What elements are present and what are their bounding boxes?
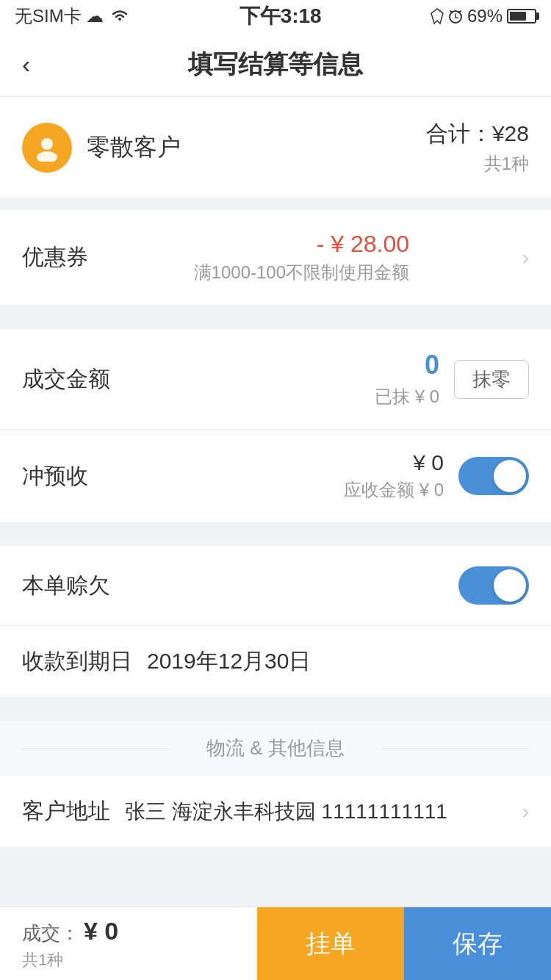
svg-point-1 xyxy=(41,138,53,150)
save-button[interactable]: 保存 xyxy=(404,907,551,981)
coupon-chevron-icon: › xyxy=(522,246,529,270)
transaction-sub: 已抹 ¥ 0 xyxy=(375,385,439,408)
section-divider-3 xyxy=(0,709,551,721)
alarm-icon xyxy=(448,8,463,24)
coupon-desc: 满1000-100不限制使用金额 xyxy=(194,261,409,284)
transaction-section: 成交金额 0 已抹 ¥ 0 抹零 冲预收 ¥ 0 应收金额 ¥ 0 xyxy=(0,328,551,522)
total-count: 共1种 xyxy=(426,152,529,176)
debt-row: 本单赊欠 xyxy=(0,546,551,625)
prereceive-amount: ¥ 0 xyxy=(344,450,444,475)
wifi-icon xyxy=(109,9,130,24)
toggle-thumb xyxy=(494,460,526,492)
battery-percent: 69% xyxy=(467,6,503,26)
back-button[interactable]: ‹ xyxy=(22,50,30,79)
total-amount: 合计：¥28 xyxy=(426,119,529,149)
customer-left: 零散客户 xyxy=(22,123,181,173)
address-row[interactable]: 客户地址 张三 海淀永丰科技园 11111111111 › xyxy=(0,776,551,847)
bottom-bar: 成交： ¥ 0 共1种 挂单 保存 xyxy=(0,907,551,980)
address-chevron-icon: › xyxy=(522,800,529,824)
bottom-summary: 成交： ¥ 0 共1种 xyxy=(0,917,257,971)
logistics-header: 物流 & 其他信息 xyxy=(0,721,551,776)
coupon-right: - ¥ 28.00 满1000-100不限制使用金额 xyxy=(194,231,409,284)
nav-bar: ‹ 填写结算等信息 xyxy=(0,32,551,97)
status-right: 69% xyxy=(431,6,536,26)
bottom-summary-title: 成交： xyxy=(22,920,79,946)
address-label: 客户地址 xyxy=(22,796,110,826)
coupon-section[interactable]: 优惠券 - ¥ 28.00 满1000-100不限制使用金额 › xyxy=(0,209,551,305)
transaction-row: 成交金额 0 已抹 ¥ 0 抹零 xyxy=(0,328,551,429)
coupon-discount: - ¥ 28.00 xyxy=(194,231,409,258)
coupon-row[interactable]: 优惠券 - ¥ 28.00 满1000-100不限制使用金额 › xyxy=(0,209,551,305)
prereceive-row: 冲预收 ¥ 0 应收金额 ¥ 0 xyxy=(0,429,551,522)
due-date-label: 收款到期日 xyxy=(22,646,132,677)
prereceive-toggle[interactable] xyxy=(458,457,529,495)
customer-total: 合计：¥28 共1种 xyxy=(426,119,529,176)
transaction-input-area: 0 已抹 ¥ 0 抹零 xyxy=(375,350,529,408)
debt-toggle[interactable] xyxy=(458,566,529,605)
hang-button[interactable]: 挂单 xyxy=(257,907,404,981)
customer-row: 零散客户 合计：¥28 共1种 xyxy=(0,97,551,198)
svg-point-2 xyxy=(37,151,57,162)
logistics-label: 物流 & 其他信息 xyxy=(206,737,345,759)
address-section[interactable]: 客户地址 张三 海淀永丰科技园 11111111111 › xyxy=(0,776,551,847)
prereceive-sub: 应收金额 ¥ 0 xyxy=(344,478,444,502)
battery-icon xyxy=(507,9,536,24)
customer-section: 零散客户 合计：¥28 共1种 xyxy=(0,97,551,198)
prereceive-right: ¥ 0 应收金额 ¥ 0 xyxy=(344,450,529,502)
due-date-value[interactable]: 2019年12月30日 xyxy=(147,646,311,677)
coupon-label: 优惠券 xyxy=(22,242,88,273)
bottom-summary-amount: ¥ 0 xyxy=(84,917,118,945)
avatar xyxy=(22,123,72,173)
section-divider-2 xyxy=(0,534,551,546)
transaction-label: 成交金额 xyxy=(22,364,110,394)
prereceive-amounts: ¥ 0 应收金额 ¥ 0 xyxy=(344,450,444,502)
address-value: 张三 海淀永丰科技园 11111111111 xyxy=(125,798,522,826)
due-date-row: 收款到期日 2019年12月30日 xyxy=(0,625,551,697)
debt-label: 本单赊欠 xyxy=(22,571,110,601)
status-bar: 无SIM卡 ☁ 下午3:18 69% xyxy=(0,0,551,32)
debt-toggle-thumb xyxy=(494,569,526,602)
page-title: 填写结算等信息 xyxy=(188,48,363,82)
status-left: 无SIM卡 ☁ xyxy=(15,4,130,28)
debt-section: 本单赊欠 收款到期日 2019年12月30日 xyxy=(0,546,551,697)
location-icon xyxy=(431,8,444,24)
prereceive-label: 冲预收 xyxy=(22,461,88,491)
transaction-value[interactable]: 0 xyxy=(375,350,439,381)
bottom-summary-count: 共1种 xyxy=(22,949,235,971)
round-button[interactable]: 抹零 xyxy=(454,360,529,399)
section-divider-1 xyxy=(0,317,551,328)
sim-signal: 无SIM卡 ☁ xyxy=(15,4,104,28)
customer-name: 零散客户 xyxy=(87,131,181,164)
status-time: 下午3:18 xyxy=(240,2,322,30)
